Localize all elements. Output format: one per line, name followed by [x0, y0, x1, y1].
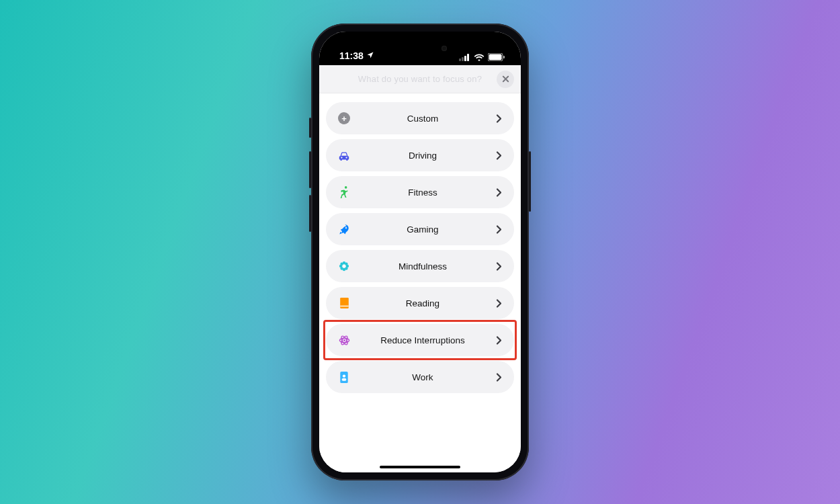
status-time: 11:38 [339, 50, 364, 61]
atom-icon [335, 334, 353, 347]
focus-item-label: Fitness [353, 187, 493, 198]
focus-item-label: Gaming [353, 224, 493, 235]
mute-switch[interactable] [309, 118, 311, 138]
svg-point-15 [340, 267, 343, 270]
svg-rect-19 [340, 306, 349, 307]
svg-point-14 [345, 262, 348, 265]
power-button[interactable] [529, 151, 531, 212]
runner-icon [335, 185, 353, 199]
chevron-right-icon [493, 188, 505, 197]
chevron-right-icon [493, 114, 505, 123]
chevron-right-icon [493, 299, 505, 308]
chevron-right-icon [493, 151, 505, 160]
phone-frame: 11:38 [311, 24, 529, 480]
chevron-right-icon [493, 262, 505, 271]
book-icon [335, 297, 353, 309]
sheet-title: What do you want to focus on? [358, 74, 482, 84]
focus-item-label: Custom [353, 114, 493, 124]
focus-item-label: Mindfulness [353, 261, 493, 271]
sheet-header: What do you want to focus on? [319, 65, 521, 93]
svg-rect-6 [503, 56, 505, 58]
battery-icon [488, 53, 505, 61]
focus-item-label: Driving [353, 151, 493, 161]
focus-item-gaming[interactable]: Gaming [326, 213, 514, 245]
focus-item-work[interactable]: Work [326, 361, 514, 393]
focus-item-reading[interactable]: Reading [326, 287, 514, 319]
focus-item-reduce-interruptions[interactable]: Reduce Interruptions [326, 324, 514, 356]
focus-item-label: Reduce Interruptions [353, 335, 493, 345]
close-button[interactable] [497, 71, 514, 88]
svg-rect-26 [342, 378, 347, 380]
chevron-right-icon [493, 336, 505, 345]
focus-item-custom[interactable]: + Custom [326, 102, 514, 134]
svg-point-17 [343, 265, 345, 267]
focus-item-label: Reading [353, 298, 493, 308]
svg-point-13 [340, 262, 343, 265]
svg-point-16 [345, 267, 348, 270]
flower-icon [335, 260, 353, 272]
car-icon [335, 150, 353, 161]
svg-rect-18 [340, 298, 349, 308]
location-arrow-icon [366, 50, 374, 61]
focus-list: + Custom Driving [319, 93, 521, 472]
dynamic-island [385, 38, 455, 58]
badge-icon [335, 371, 353, 384]
svg-point-7 [345, 186, 347, 189]
wifi-icon [474, 54, 485, 61]
home-indicator[interactable] [380, 466, 460, 468]
svg-point-25 [343, 374, 345, 377]
chevron-right-icon [493, 373, 505, 382]
focus-item-driving[interactable]: Driving [326, 139, 514, 171]
rocket-icon [335, 223, 353, 235]
volume-up-button[interactable] [309, 151, 311, 188]
close-icon [502, 73, 509, 85]
svg-rect-3 [467, 54, 469, 61]
focus-item-fitness[interactable]: Fitness [326, 176, 514, 208]
cellular-signal-icon [459, 54, 470, 61]
plus-circle-icon: + [335, 112, 353, 124]
svg-rect-1 [462, 57, 464, 61]
focus-item-mindfulness[interactable]: Mindfulness [326, 250, 514, 282]
svg-rect-2 [464, 56, 466, 61]
svg-rect-5 [489, 54, 502, 60]
svg-rect-0 [459, 58, 461, 61]
svg-point-23 [343, 339, 345, 341]
volume-down-button[interactable] [309, 195, 311, 232]
chevron-right-icon [493, 225, 505, 234]
screen: 11:38 [319, 32, 521, 472]
focus-item-label: Work [353, 372, 493, 382]
